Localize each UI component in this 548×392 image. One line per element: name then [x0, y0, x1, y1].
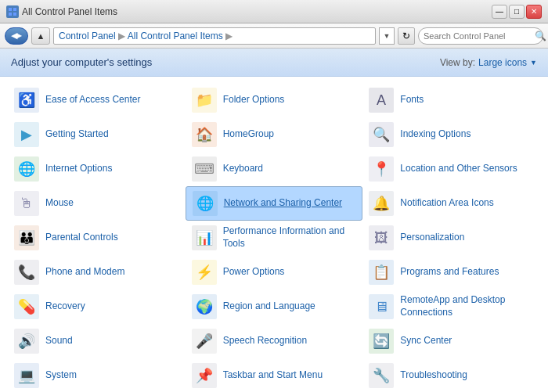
search-input[interactable] — [424, 31, 532, 41]
view-by-control[interactable]: View by: Large icons ▼ — [440, 57, 537, 68]
recovery-icon: 💊 — [14, 294, 39, 319]
window-title: All Control Panel Items — [22, 6, 117, 17]
grid-item-notification-icons[interactable]: 🔔 Notification Area Icons — [362, 186, 540, 221]
svg-text:💻: 💻 — [18, 367, 36, 384]
grid-item-homegroup[interactable]: 🏠 HomeGroup — [186, 117, 363, 152]
grid-item-mouse[interactable]: 🖱 Mouse — [8, 186, 186, 221]
back-button[interactable]: ◀ ▶ — [5, 27, 28, 45]
grid-item-parental-controls[interactable]: 👪 Parental Controls — [8, 221, 186, 255]
ease-of-access-icon: ♿ — [14, 88, 39, 113]
svg-text:▶: ▶ — [21, 127, 32, 142]
remoteapp-label: RemoteApp and Desktop Connections — [400, 294, 534, 318]
svg-text:📁: 📁 — [196, 92, 214, 109]
svg-text:⌨: ⌨ — [194, 161, 215, 177]
mouse-icon: 🖱 — [14, 191, 39, 216]
header-strip: Adjust your computer's settings View by:… — [0, 49, 548, 77]
location-sensors-icon: 📍 — [369, 156, 394, 182]
view-by-value[interactable]: Large icons — [478, 57, 527, 68]
svg-rect-3 — [13, 13, 16, 16]
grid-item-region-language[interactable]: 🌍 Region and Language — [186, 290, 363, 324]
sound-label: Sound — [45, 335, 73, 347]
search-box[interactable]: 🔍 — [418, 27, 543, 45]
grid-item-location-sensors[interactable]: 📍 Location and Other Sensors — [362, 152, 540, 186]
troubleshooting-icon: 🔧 — [369, 363, 394, 388]
grid-item-speech-recognition[interactable]: 🎤 Speech Recognition — [186, 324, 363, 358]
up-button[interactable]: ▲ — [31, 27, 50, 45]
personalization-label: Personalization — [400, 232, 464, 244]
power-options-label: Power Options — [223, 266, 285, 279]
address-bar: ◀ ▶ ▲ Control Panel ▶ All Control Panel … — [0, 23, 548, 49]
sync-center-label: Sync Center — [400, 335, 452, 347]
region-language-label: Region and Language — [223, 300, 315, 313]
svg-text:📋: 📋 — [373, 264, 391, 281]
grid-item-troubleshooting[interactable]: 🔧 Troubleshooting — [362, 358, 540, 392]
view-dropdown-arrow-icon: ▼ — [530, 59, 537, 67]
parental-controls-icon: 👪 — [14, 225, 39, 250]
maximize-button[interactable]: □ — [509, 5, 525, 19]
grid-item-programs-features[interactable]: 📋 Programs and Features — [362, 255, 540, 290]
keyboard-icon: ⌨ — [192, 156, 217, 182]
refresh-button[interactable]: ↻ — [398, 27, 415, 45]
grid-item-keyboard[interactable]: ⌨ Keyboard — [186, 152, 363, 186]
grid-item-internet-options[interactable]: 🌐 Internet Options — [8, 152, 186, 186]
notification-icons-icon: 🔔 — [369, 191, 394, 216]
recovery-label: Recovery — [45, 300, 85, 313]
svg-text:🔧: 🔧 — [373, 367, 391, 384]
svg-text:📊: 📊 — [196, 229, 214, 246]
grid-item-fonts[interactable]: A Fonts — [362, 83, 540, 117]
internet-options-label: Internet Options — [45, 163, 112, 175]
svg-text:🖼: 🖼 — [374, 230, 388, 246]
grid-item-network-sharing[interactable]: 🌐 Network and Sharing Center — [186, 186, 363, 221]
minimize-button[interactable]: — — [492, 5, 507, 19]
speech-recognition-icon: 🎤 — [192, 329, 217, 354]
svg-text:🖱: 🖱 — [20, 196, 34, 211]
power-options-icon: ⚡ — [192, 260, 217, 285]
grid-item-phone-modem[interactable]: 📞 Phone and Modem — [8, 255, 186, 290]
grid-item-taskbar-start[interactable]: 📌 Taskbar and Start Menu — [186, 358, 363, 392]
close-button[interactable]: ✕ — [526, 5, 542, 19]
forward-arrow-icon: ▶ — [17, 32, 22, 39]
svg-text:🎤: 🎤 — [196, 333, 214, 350]
path-all-items[interactable]: All Control Panel Items — [128, 31, 223, 41]
grid-item-remoteapp[interactable]: 🖥 RemoteApp and Desktop Connections — [362, 290, 540, 324]
programs-features-label: Programs and Features — [400, 266, 499, 279]
svg-text:🔄: 🔄 — [373, 333, 391, 350]
grid-item-system[interactable]: 💻 System — [8, 358, 186, 392]
up-arrow-icon: ▲ — [37, 31, 45, 41]
items-grid: ♿ Ease of Access Center 📁 Folder Options… — [0, 77, 548, 392]
grid-item-ease-of-access[interactable]: ♿ Ease of Access Center — [8, 83, 186, 117]
grid-item-personalization[interactable]: 🖼 Personalization — [362, 221, 540, 255]
notification-icons-label: Notification Area Icons — [400, 197, 493, 210]
svg-text:💊: 💊 — [18, 298, 36, 315]
title-bar: All Control Panel Items — □ ✕ — [0, 0, 548, 23]
remoteapp-icon: 🖥 — [369, 294, 394, 319]
svg-text:📞: 📞 — [18, 264, 36, 281]
network-sharing-label: Network and Sharing Center — [224, 197, 342, 210]
sound-icon: 🔊 — [14, 329, 39, 354]
svg-rect-0 — [9, 8, 12, 11]
page-title: Adjust your computer's settings — [11, 56, 152, 68]
svg-text:🖥: 🖥 — [374, 299, 388, 315]
grid-item-getting-started[interactable]: ▶ Getting Started — [8, 117, 186, 152]
grid-item-indexing-options[interactable]: 🔍 Indexing Options — [362, 117, 540, 152]
performance-info-icon: 📊 — [192, 225, 217, 250]
taskbar-start-icon: 📌 — [192, 363, 217, 388]
address-path[interactable]: Control Panel ▶ All Control Panel Items … — [53, 27, 376, 45]
path-control-panel[interactable]: Control Panel — [59, 31, 116, 41]
internet-options-icon: 🌐 — [14, 156, 39, 182]
grid-item-power-options[interactable]: ⚡ Power Options — [186, 255, 363, 290]
grid-item-recovery[interactable]: 💊 Recovery — [8, 290, 186, 324]
system-label: System — [45, 369, 77, 382]
back-arrow-icon: ◀ — [11, 31, 17, 41]
fonts-label: Fonts — [400, 94, 424, 106]
grid-item-sync-center[interactable]: 🔄 Sync Center — [362, 324, 540, 358]
svg-text:🌐: 🌐 — [18, 160, 36, 178]
path-separator-1: ▶ — [118, 31, 125, 41]
svg-text:🔊: 🔊 — [18, 333, 36, 350]
ease-of-access-label: Ease of Access Center — [45, 94, 140, 106]
grid-item-folder-options[interactable]: 📁 Folder Options — [186, 83, 363, 117]
grid-item-performance-info[interactable]: 📊 Performance Information and Tools — [186, 221, 363, 255]
svg-text:👪: 👪 — [18, 229, 36, 246]
path-dropdown-button[interactable]: ▼ — [379, 27, 395, 45]
grid-item-sound[interactable]: 🔊 Sound — [8, 324, 186, 358]
